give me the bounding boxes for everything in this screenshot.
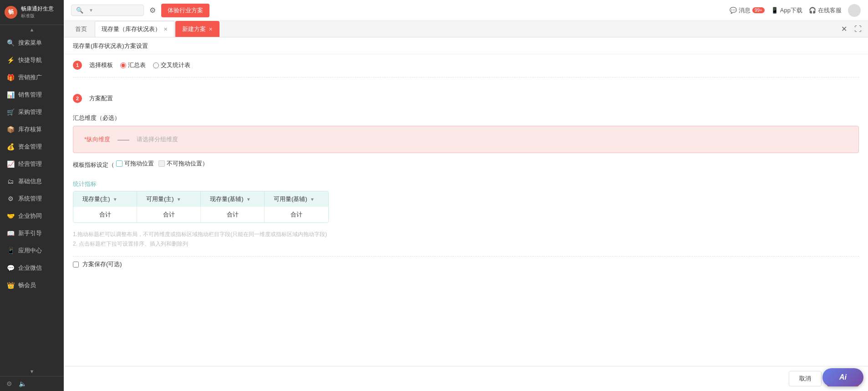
indicator-section: 模板指标设定（ 可拖动位置 不可拖动位置） bbox=[64, 159, 868, 180]
sidebar-item-label: 搜索菜单 bbox=[18, 39, 42, 47]
scheme-save-checkbox[interactable] bbox=[73, 262, 79, 268]
operations-icon: 📈 bbox=[6, 160, 15, 168]
sidebar-item-label: 新手引导 bbox=[18, 229, 42, 237]
col4-dropdown-icon[interactable]: ▼ bbox=[310, 197, 315, 202]
step2-row: 2 方案配置 bbox=[73, 94, 859, 103]
message-button[interactable]: 💬 消息 99+ bbox=[730, 6, 765, 15]
sidebar-scroll-up[interactable]: ▲ bbox=[0, 25, 64, 34]
dimension-arrow: —— bbox=[117, 136, 129, 143]
sidebar-item-label: 快捷导航 bbox=[18, 56, 42, 64]
online-service-label: 在线客服 bbox=[818, 6, 842, 15]
main-area: 🔍 ▼ ⚙ 体验行业方案 💬 消息 99+ 📱 App下载 🎧 在线客服 bbox=[64, 0, 868, 391]
app-download-button[interactable]: 📱 App下载 bbox=[771, 6, 802, 15]
sidebar-item-member[interactable]: 👑 畅会员 bbox=[0, 277, 64, 294]
dimension-section: 汇总维度（必选） *纵向维度 —— 请选择分组维度 bbox=[64, 114, 868, 159]
message-badge: 99+ bbox=[752, 7, 765, 13]
topbar-search-area: 🔍 ▼ ⚙ 体验行业方案 bbox=[71, 4, 725, 17]
sidebar-item-label: 销售管理 bbox=[18, 91, 42, 99]
tips-section: 1.拖动标题栏可以调整布局，不可跨维度或指标区域拖动栏目字段(只能在同一维度或指… bbox=[64, 224, 868, 256]
tabs-bar: 首页 现存量（库存状况表） ✕ 新建方案 ✕ ✕ ⛶ bbox=[64, 21, 868, 37]
sidebar-item-label: 基础信息 bbox=[18, 177, 42, 185]
sidebar-item-inventory[interactable]: 📦 库存核算 bbox=[0, 121, 64, 138]
sidebar-item-wechat[interactable]: 💬 企业微信 bbox=[0, 259, 64, 277]
page-title: 现存量(库存状况表)方案设置 bbox=[73, 42, 148, 49]
col1-dropdown-icon[interactable]: ▼ bbox=[113, 197, 117, 202]
sidebar-footer: ⚙ 🔈 bbox=[0, 376, 64, 391]
tip2: 2. 点击标题栏下拉可设置排序、插入列和删除列 bbox=[73, 240, 859, 248]
finance-icon: 💰 bbox=[6, 143, 15, 151]
tab-label: 现存量（库存状况表） bbox=[102, 25, 161, 33]
tab-close-icon[interactable]: ✕ bbox=[163, 26, 168, 32]
sidebar-item-newguide[interactable]: 📖 新手引导 bbox=[0, 225, 64, 242]
sidebar-item-enterprise[interactable]: 🤝 企业协同 bbox=[0, 207, 64, 225]
stats-col1-body: 合计 bbox=[73, 207, 137, 222]
sidebar-item-quicknav[interactable]: ⚡ 快捷导航 bbox=[0, 51, 64, 69]
online-service-button[interactable]: 🎧 在线客服 bbox=[809, 6, 842, 15]
quicknav-icon: ⚡ bbox=[6, 56, 15, 64]
sidebar-item-appcenter[interactable]: 📱 应用中心 bbox=[0, 242, 64, 259]
col3-dropdown-icon[interactable]: ▼ bbox=[246, 197, 251, 202]
radio-cross-label: 交叉统计表 bbox=[161, 61, 190, 69]
tab-inventory-status[interactable]: 现存量（库存状况表） ✕ bbox=[95, 21, 174, 37]
tab-label: 首页 bbox=[75, 25, 87, 33]
tab-new-scheme[interactable]: 新建方案 ✕ bbox=[175, 21, 220, 37]
member-icon: 👑 bbox=[6, 281, 15, 289]
step2-badge: 2 bbox=[73, 94, 82, 103]
trial-button[interactable]: 体验行业方案 bbox=[161, 4, 209, 17]
radio-summary[interactable]: 汇总表 bbox=[120, 61, 146, 69]
stats-header-row: 现存量(主) ▼ 可用量(主) ▼ 现存量(基辅) ▼ 可用量(基辅) bbox=[73, 191, 328, 207]
sidebar-item-system[interactable]: ⚙ 系统管理 bbox=[0, 190, 64, 207]
enterprise-icon: 🤝 bbox=[6, 212, 15, 220]
stats-col1-header[interactable]: 现存量(主) ▼ bbox=[73, 191, 137, 207]
tab-expand-button[interactable]: ⛶ bbox=[853, 23, 863, 35]
legend-fixed: 不可拖动位置） bbox=[158, 159, 208, 168]
app-download-label: App下载 bbox=[780, 6, 802, 15]
app-name: 畅康通好生意 bbox=[21, 5, 54, 13]
step1-badge: 1 bbox=[73, 61, 82, 70]
service-icon: 🎧 bbox=[809, 7, 816, 14]
user-avatar[interactable] bbox=[848, 4, 861, 17]
sidebar-item-operations[interactable]: 📈 经营管理 bbox=[0, 155, 64, 173]
tab-close-window-button[interactable]: ✕ bbox=[839, 23, 849, 35]
col2-dropdown-icon[interactable]: ▼ bbox=[177, 197, 181, 202]
sidebar-item-base[interactable]: 🗂 基础信息 bbox=[0, 173, 64, 190]
ai-fab-button[interactable]: Ai bbox=[822, 368, 863, 386]
sidebar: 畅 畅康通好生意 标准版 ▲ 🔍 搜索菜单 ⚡ 快捷导航 🎁 营销推广 📊 销售… bbox=[0, 0, 64, 391]
sidebar-item-search[interactable]: 🔍 搜索菜单 bbox=[0, 34, 64, 51]
audio-icon[interactable]: 🔈 bbox=[19, 380, 26, 387]
sidebar-item-purchase[interactable]: 🛒 采购管理 bbox=[0, 103, 64, 121]
indicator-label-text: 模板指标设定（ 可拖动位置 不可拖动位置） bbox=[73, 159, 208, 169]
sidebar-item-marketing[interactable]: 🎁 营销推广 bbox=[0, 69, 64, 86]
radio-summary-input[interactable] bbox=[120, 62, 126, 68]
legend-draggable-box bbox=[116, 160, 123, 167]
step1-divider bbox=[73, 77, 859, 77]
sidebar-item-finance[interactable]: 💰 资金管理 bbox=[0, 138, 64, 155]
stats-col3-body: 合计 bbox=[201, 207, 265, 222]
topbar-search-box[interactable]: 🔍 ▼ bbox=[71, 5, 144, 16]
radio-cross-input[interactable] bbox=[153, 62, 159, 68]
radio-cross[interactable]: 交叉统计表 bbox=[153, 61, 190, 69]
stats-col3-header[interactable]: 现存量(基辅) ▼ bbox=[201, 191, 265, 207]
tab-close-icon[interactable]: ✕ bbox=[209, 26, 213, 32]
gear-button[interactable]: ⚙ bbox=[148, 4, 158, 16]
sidebar-item-label: 库存核算 bbox=[18, 125, 42, 134]
search-icon: 🔍 bbox=[76, 7, 83, 14]
stats-col4-header[interactable]: 可用量(基辅) ▼ bbox=[265, 191, 328, 207]
stats-table: 现存量(主) ▼ 可用量(主) ▼ 现存量(基辅) ▼ 可用量(基辅) bbox=[73, 191, 329, 223]
stats-col2-header[interactable]: 可用量(主) ▼ bbox=[137, 191, 201, 207]
footer-bar: 取消 查询 bbox=[64, 366, 868, 391]
marketing-icon: 🎁 bbox=[6, 73, 15, 82]
base-icon: 🗂 bbox=[6, 177, 15, 185]
app-edition: 标准版 bbox=[21, 13, 54, 19]
settings-icon[interactable]: ⚙ bbox=[6, 380, 12, 387]
stats-col4-label: 可用量(基辅) bbox=[274, 195, 307, 203]
sidebar-item-label: 系统管理 bbox=[18, 195, 42, 203]
sidebar-item-label: 资金管理 bbox=[18, 143, 42, 151]
sidebar-scroll-down[interactable]: ▼ bbox=[0, 367, 64, 376]
cancel-button[interactable]: 取消 bbox=[789, 371, 822, 386]
dimension-box[interactable]: *纵向维度 —— 请选择分组维度 bbox=[73, 126, 859, 153]
sidebar-item-sales[interactable]: 📊 销售管理 bbox=[0, 86, 64, 103]
tab-home[interactable]: 首页 bbox=[68, 21, 94, 37]
stats-col2-label: 可用量(主) bbox=[146, 195, 174, 203]
sidebar-item-label: 采购管理 bbox=[18, 108, 42, 116]
